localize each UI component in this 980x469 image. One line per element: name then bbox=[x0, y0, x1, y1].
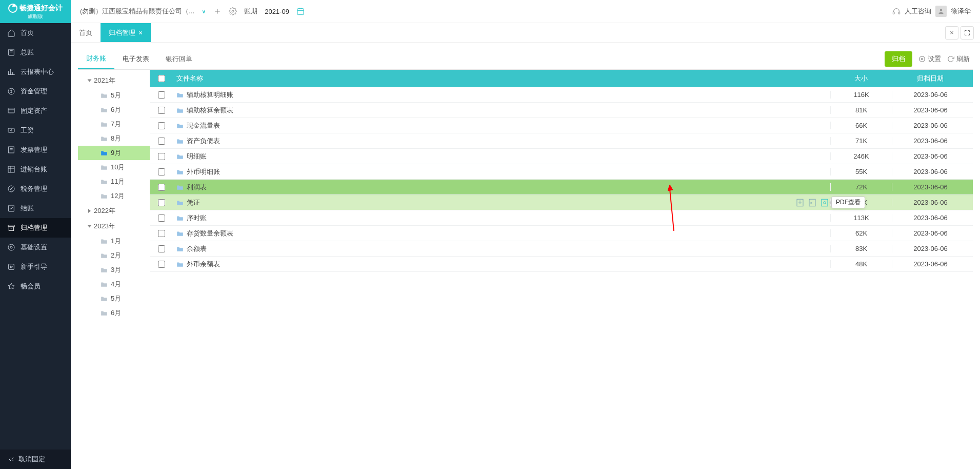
table-row[interactable]: 现金流量表 66K 2023-06-06 bbox=[150, 118, 973, 133]
fullscreen-button[interactable] bbox=[961, 26, 974, 40]
nav-label: 总账 bbox=[21, 48, 34, 57]
row-checkbox[interactable] bbox=[158, 245, 165, 252]
tab-home[interactable]: 首页 bbox=[71, 23, 101, 42]
sidebar-unpin[interactable]: 取消固定 bbox=[0, 450, 71, 469]
nav-label: 新手引导 bbox=[21, 262, 47, 271]
nav-ledger[interactable]: 总账 bbox=[0, 43, 71, 62]
folder-icon bbox=[176, 215, 184, 221]
table-row[interactable]: 资产负债表 71K 2023-06-06 bbox=[150, 133, 973, 149]
tree-month[interactable]: 1月 bbox=[78, 234, 150, 248]
tree-month[interactable]: 10月 bbox=[78, 160, 150, 174]
row-checkbox[interactable] bbox=[158, 107, 165, 114]
row-checkbox[interactable] bbox=[158, 214, 165, 222]
nav-salary[interactable]: 工资 bbox=[0, 121, 71, 140]
select-all-checkbox[interactable] bbox=[158, 75, 165, 82]
period-value[interactable]: 2021-09 bbox=[265, 8, 289, 15]
tree-year[interactable]: 2023年 bbox=[78, 219, 150, 234]
tree-month[interactable]: 2月 bbox=[78, 248, 150, 263]
archive-date: 2023-06-06 bbox=[892, 168, 969, 175]
folder-icon bbox=[101, 92, 108, 99]
row-checkbox[interactable] bbox=[158, 138, 165, 145]
tree-month[interactable]: 6月 bbox=[78, 306, 150, 320]
row-checkbox[interactable] bbox=[158, 261, 165, 268]
tree-month[interactable]: 4月 bbox=[78, 277, 150, 291]
tree-month[interactable]: 6月 bbox=[78, 103, 150, 117]
svg-text:P: P bbox=[810, 202, 812, 205]
download-pdf-icon[interactable]: P bbox=[808, 198, 817, 207]
tree-month[interactable]: 9月 bbox=[78, 146, 150, 160]
archive-date: 2023-06-06 bbox=[892, 106, 969, 114]
table-row[interactable]: 外币明细账 55K 2023-06-06 bbox=[150, 164, 973, 180]
table-row[interactable]: 辅助核算余额表 81K 2023-06-06 bbox=[150, 103, 973, 118]
tree-month[interactable]: 5月 bbox=[78, 291, 150, 306]
gear-icon[interactable] bbox=[229, 7, 237, 15]
subtab-bank[interactable]: 银行回单 bbox=[157, 49, 201, 69]
nav-member[interactable]: 畅会员 bbox=[0, 277, 71, 296]
tree-month[interactable]: 7月 bbox=[78, 117, 150, 131]
nav-home[interactable]: 首页 bbox=[0, 23, 71, 43]
subtab-finance[interactable]: 财务账 bbox=[78, 49, 114, 69]
tree-month[interactable]: 11月 bbox=[78, 174, 150, 189]
nav-guide[interactable]: 新手引导 bbox=[0, 257, 71, 277]
table-row[interactable]: 明细账 246K 2023-06-06 bbox=[150, 149, 973, 164]
consult-link[interactable]: 人工咨询 bbox=[905, 7, 931, 16]
refresh-link[interactable]: 刷新 bbox=[947, 54, 970, 64]
table-row[interactable]: 存货数量余额表 62K 2023-06-06 bbox=[150, 226, 973, 241]
file-name: 资产负债表 bbox=[187, 136, 220, 146]
invoice-icon bbox=[7, 146, 15, 154]
row-checkbox[interactable] bbox=[158, 184, 165, 191]
nav-chart[interactable]: 云报表中心 bbox=[0, 62, 71, 82]
calendar-icon[interactable] bbox=[296, 7, 305, 15]
table-row[interactable]: 利润表 72K 2023-06-06 bbox=[150, 180, 973, 195]
nav-tax[interactable]: 税务管理 bbox=[0, 179, 71, 199]
nav-stock[interactable]: 进销台账 bbox=[0, 160, 71, 179]
table-row[interactable]: 余额表 83K 2023-06-06 bbox=[150, 241, 973, 257]
tree-year[interactable]: 2021年 bbox=[78, 73, 150, 88]
row-checkbox[interactable] bbox=[158, 168, 165, 175]
nav-label: 结账 bbox=[21, 204, 34, 213]
folder-icon bbox=[176, 169, 184, 175]
table-row[interactable]: 序时账 113K 2023-06-06 bbox=[150, 210, 973, 226]
nav-fund[interactable]: 资金管理 bbox=[0, 82, 71, 101]
row-checkbox[interactable] bbox=[158, 199, 165, 206]
nav-close-book[interactable]: 结账 bbox=[0, 199, 71, 218]
username[interactable]: 徐泽华 bbox=[951, 7, 971, 16]
archive-button[interactable]: 归档 bbox=[885, 51, 912, 67]
download-excel-icon[interactable] bbox=[795, 198, 805, 207]
svg-rect-0 bbox=[9, 49, 14, 55]
view-pdf-icon[interactable] bbox=[820, 198, 829, 207]
row-checkbox[interactable] bbox=[158, 153, 165, 160]
chevron-down-icon[interactable]: ∨ bbox=[202, 8, 206, 15]
folder-icon bbox=[176, 138, 184, 144]
svg-point-23 bbox=[10, 246, 12, 248]
tab-archive[interactable]: 归档管理 × bbox=[101, 23, 151, 42]
avatar[interactable] bbox=[935, 6, 947, 17]
nav-label: 云报表中心 bbox=[21, 67, 54, 76]
plus-icon[interactable] bbox=[213, 7, 222, 15]
tree-month[interactable]: 5月 bbox=[78, 88, 150, 103]
table-row[interactable]: 凭证 P PDF查看 53K 2023-06-06 bbox=[150, 195, 973, 210]
tree-month[interactable]: 12月 bbox=[78, 189, 150, 203]
person-icon bbox=[937, 8, 945, 15]
subtab-einvoice[interactable]: 电子发票 bbox=[114, 49, 157, 69]
close-all-tabs-button[interactable]: × bbox=[945, 26, 958, 40]
table-row[interactable]: 辅助核算明细账 116K 2023-06-06 bbox=[150, 87, 973, 103]
folder-icon bbox=[176, 184, 184, 190]
nav-archive[interactable]: 归档管理 bbox=[0, 218, 71, 238]
row-checkbox[interactable] bbox=[158, 122, 165, 129]
tree-month[interactable]: 3月 bbox=[78, 263, 150, 277]
row-checkbox[interactable] bbox=[158, 230, 165, 237]
tree-year[interactable]: 2022年 bbox=[78, 203, 150, 219]
nav-settings[interactable]: 基础设置 bbox=[0, 238, 71, 257]
nav-invoice[interactable]: 发票管理 bbox=[0, 140, 71, 160]
settings-link[interactable]: 设置 bbox=[918, 54, 941, 64]
nav-asset[interactable]: 固定资产 bbox=[0, 101, 71, 121]
content: 财务账 电子发票 银行回单 归档 设置 刷新 2021年5月6月7月8月9月10… bbox=[71, 43, 980, 469]
tree-month[interactable]: 8月 bbox=[78, 131, 150, 146]
gear-icon bbox=[918, 55, 926, 63]
headset-icon[interactable] bbox=[892, 7, 901, 15]
table-row[interactable]: 外币余额表 48K 2023-06-06 bbox=[150, 257, 973, 272]
close-icon[interactable]: × bbox=[138, 29, 143, 37]
company-selector[interactable]: (勿删）江西服宝精品有限责任公司（... bbox=[80, 7, 194, 16]
row-checkbox[interactable] bbox=[158, 91, 165, 99]
